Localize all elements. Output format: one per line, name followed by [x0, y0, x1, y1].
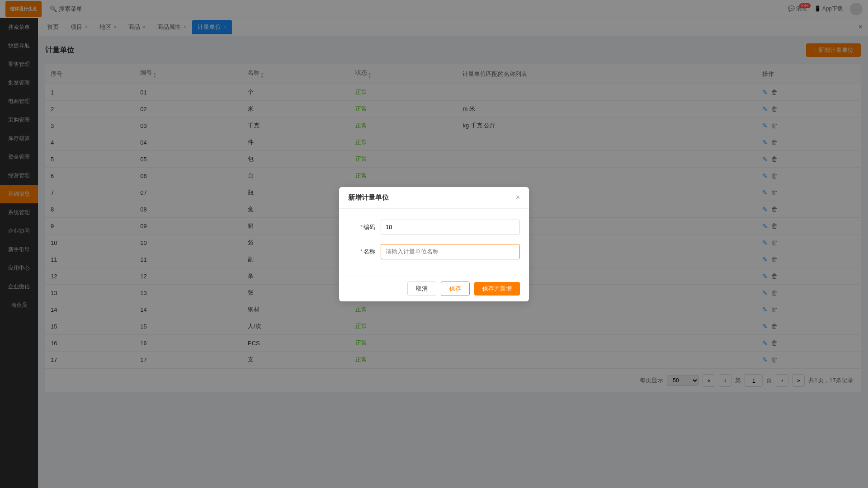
save-and-new-button[interactable]: 保存并新增 [474, 282, 520, 296]
modal-overlay[interactable]: 新增计量单位 × *编码 *名称 取消 保存 保存并新增 [0, 0, 868, 488]
code-label: *编码 [348, 223, 375, 231]
code-form-row: *编码 [348, 220, 520, 235]
modal-close-button[interactable]: × [516, 193, 520, 202]
code-input[interactable] [381, 220, 520, 235]
add-unit-modal: 新增计量单位 × *编码 *名称 取消 保存 保存并新增 [339, 187, 529, 301]
name-form-row: *名称 [348, 244, 520, 259]
name-required: * [360, 248, 363, 255]
modal-footer: 取消 保存 保存并新增 [339, 276, 529, 301]
name-input[interactable] [381, 244, 520, 259]
code-required: * [360, 224, 363, 230]
name-label: *名称 [348, 248, 375, 256]
modal-body: *编码 *名称 [339, 209, 529, 276]
modal-header: 新增计量单位 × [339, 187, 529, 209]
cancel-button[interactable]: 取消 [407, 282, 436, 296]
save-button[interactable]: 保存 [441, 282, 470, 296]
modal-title: 新增计量单位 [348, 193, 389, 202]
